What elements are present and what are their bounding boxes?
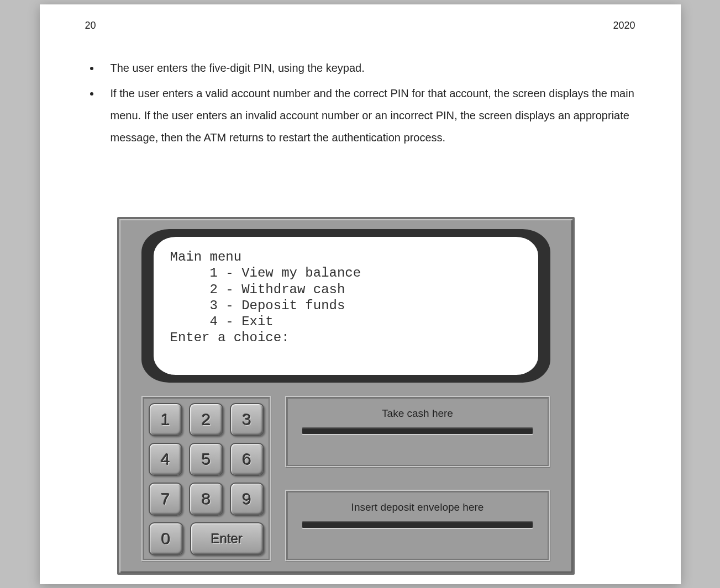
screen-option: 3 - Deposit funds [210,298,345,313]
key-2[interactable]: 2 [189,403,223,436]
keypad-row: 0 Enter [149,522,264,555]
key-4[interactable]: 4 [149,443,183,476]
cash-dispenser-slot: Take cash here [285,396,550,468]
screen-option: 1 - View my balance [210,266,361,280]
cash-slot-label: Take cash here [382,407,453,420]
keypad-row: 7 8 9 [149,483,264,516]
bullet-list: The user enters the five-digit PIN, usin… [85,57,635,149]
key-7[interactable]: 7 [149,483,183,516]
cash-slot-slit-icon [302,428,533,434]
document-page: 20 2020 The user enters the five-digit P… [40,4,681,584]
key-0[interactable]: 0 [149,522,183,555]
bullet-item: If the user enters a valid account numbe… [101,82,635,149]
atm-screen: Main menu 1 - View my balance 2 - Withdr… [154,237,538,375]
key-9[interactable]: 9 [230,483,264,516]
screen-title: Main menu [170,250,242,264]
atm-screen-bezel: Main menu 1 - View my balance 2 - Withdr… [141,229,550,383]
key-3[interactable]: 3 [230,403,264,436]
deposit-slot-slit-icon [302,522,533,528]
atm-illustration: Main menu 1 - View my balance 2 - Withdr… [117,217,575,575]
deposit-envelope-slot: Insert deposit envelope here [285,490,550,561]
page-number: 20 [85,20,96,31]
keypad-row: 1 2 3 [149,403,264,436]
screen-option: 2 - Withdraw cash [210,282,345,297]
screen-prompt: Enter a choice: [170,330,290,345]
key-8[interactable]: 8 [189,483,223,516]
deposit-slot-label: Insert deposit envelope here [351,501,484,513]
page-year: 2020 [613,20,635,31]
key-6[interactable]: 6 [230,443,264,476]
body-text: The user enters the five-digit PIN, usin… [85,57,635,152]
key-5[interactable]: 5 [189,443,223,476]
keypad-row: 4 5 6 [149,443,264,476]
viewport: 20 2020 The user enters the five-digit P… [0,0,720,588]
screen-option: 4 - Exit [210,314,274,329]
key-enter[interactable]: Enter [190,522,264,555]
bullet-item: The user enters the five-digit PIN, usin… [101,57,635,79]
key-1[interactable]: 1 [149,403,183,436]
atm-keypad: 1 2 3 4 5 6 7 8 9 0 Enter [141,396,271,561]
